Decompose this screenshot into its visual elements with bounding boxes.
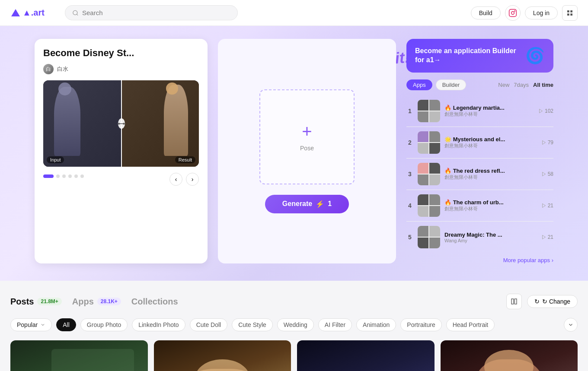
layout-button[interactable] [506, 294, 522, 309]
svg-rect-3 [509, 9, 517, 16]
popular-item-5[interactable]: 5 Dreamy Magic: The ... Wang Amy [406, 222, 553, 253]
generate-label: Generate [282, 200, 312, 208]
logo-text: ▲.art [22, 8, 45, 18]
rank-3: 3 [406, 171, 413, 178]
dot-4[interactable] [68, 174, 72, 178]
emoji-4: 🔥 [444, 199, 451, 206]
search-bar[interactable] [65, 5, 238, 20]
svg-rect-9 [570, 13, 572, 16]
post-image-4 [441, 340, 578, 371]
comparison-arrow: ⟷ [118, 118, 125, 129]
filter-more-button[interactable] [564, 318, 578, 332]
svg-point-1 [73, 10, 77, 15]
dot-3[interactable] [62, 174, 66, 178]
filter-new[interactable]: New [498, 82, 509, 88]
comparison-divider: ⟷ [121, 80, 122, 167]
post-card-3[interactable] [297, 340, 435, 371]
dot-1[interactable] [43, 174, 54, 178]
filter-portraiture[interactable]: Portraiture [400, 318, 441, 331]
post-card-4[interactable] [441, 340, 578, 371]
views-5: 21 [541, 234, 553, 240]
instagram-button[interactable] [505, 5, 521, 21]
svg-marker-10 [539, 109, 542, 113]
hero-content: Become Disney St... 白 白水 Input Result [35, 39, 553, 263]
tab-apps[interactable]: Apps 28.1K+ [72, 297, 121, 307]
search-icon [72, 10, 79, 16]
filter-linkedin-photo[interactable]: LinkedIn Photo [132, 318, 185, 331]
svg-point-4 [511, 11, 514, 14]
author-2: 創意無限小林哥 [444, 143, 537, 149]
carousel-prev[interactable]: ‹ [169, 173, 182, 186]
dot-6[interactable] [80, 174, 84, 178]
login-button[interactable]: Log in [525, 6, 558, 19]
dot-2[interactable] [56, 174, 60, 178]
filter-row: Popular All Group Photo LinkedIn Photo C… [10, 318, 578, 332]
carousel-next[interactable]: › [186, 173, 199, 186]
result-label: Result [175, 156, 195, 163]
dot-5[interactable] [74, 174, 78, 178]
title-text-4: The charm of urb... [453, 199, 504, 206]
filter-head-portrait[interactable]: Head Portrait [446, 318, 495, 331]
change-label: ↻ Change [542, 298, 570, 305]
header-actions: Build Log in [471, 5, 578, 21]
author-4: 創意無限小林哥 [444, 206, 537, 212]
bottom-actions: ↻ ↻ Change [506, 294, 578, 309]
svg-line-2 [77, 14, 78, 15]
app-builder-banner[interactable]: Become an application Builder for a1→ 🌀 [406, 39, 553, 73]
carousel-dots [43, 174, 84, 178]
more-apps-link[interactable]: More popular apps › [406, 253, 553, 263]
title-1: 🔥 Legendary martia... [444, 105, 534, 111]
menu-button[interactable] [562, 5, 578, 21]
tab-posts-label: Posts [10, 297, 34, 307]
grid-icon [566, 10, 573, 16]
tab-apps[interactable]: Apps [406, 79, 432, 90]
filter-animation[interactable]: Animation [356, 318, 396, 331]
popular-item-4[interactable]: 4 🔥 The charm of urb... 創意無限小林哥 [406, 190, 553, 222]
chevron-down-icon [40, 322, 45, 327]
chevron-down-icon-2 [568, 322, 574, 328]
rank-1: 1 [406, 108, 413, 114]
views-1: 102 [538, 108, 553, 114]
posts-grid [10, 340, 578, 371]
views-4: 21 [541, 203, 553, 209]
info-2: 🌟 Mysterious and el... 創意無限小林哥 [444, 136, 537, 149]
bottom-tabs-row: Posts 21.8M+ Apps 28.1K+ Collections ↻ ↻… [10, 294, 578, 309]
rank-5: 5 [406, 234, 413, 241]
popular-filter[interactable]: Popular [10, 318, 52, 331]
filter-cute-doll[interactable]: Cute Doll [190, 318, 228, 331]
filter-wedding[interactable]: Wedding [277, 318, 314, 331]
comparison-image: Input Result ⟷ [43, 80, 199, 167]
post-card-2[interactable] [154, 340, 291, 371]
pose-upload-area[interactable]: + Pose [259, 89, 355, 184]
author-row: 白 白水 [43, 64, 199, 74]
generate-button[interactable]: Generate ⚡ 1 [265, 195, 349, 213]
lightning-icon: ⚡ [316, 200, 324, 208]
search-input[interactable] [82, 9, 230, 16]
tab-collections[interactable]: Collections [131, 297, 178, 307]
filter-cute-style[interactable]: Cute Style [232, 318, 273, 331]
thumb-1 [418, 100, 440, 122]
tab-apps-label: Apps [72, 297, 94, 307]
change-button[interactable]: ↻ ↻ Change [527, 295, 578, 308]
popular-item-1[interactable]: 1 🔥 Legendary martia... 創意無限小林哥 [406, 95, 553, 127]
svg-rect-15 [511, 299, 514, 304]
generate-coins: 1 [328, 200, 332, 208]
logo-icon [10, 8, 21, 18]
hero-section: Just play it! ↖↖ Become Disney St... 白 白… [0, 26, 588, 281]
filter-all[interactable]: All [56, 318, 76, 331]
post-card-1[interactable] [10, 340, 148, 371]
popular-item-2[interactable]: 2 🌟 Mysterious and el... 創意無限小林哥 [406, 127, 553, 159]
tab-posts[interactable]: Posts 21.8M+ [10, 297, 62, 307]
logo[interactable]: ▲.art [10, 8, 58, 18]
title-4: 🔥 The charm of urb... [444, 199, 537, 206]
svg-rect-6 [567, 10, 569, 13]
filter-7days[interactable]: 7days [514, 82, 529, 88]
build-button[interactable]: Build [471, 6, 501, 19]
filter-ai-filter[interactable]: AI Filter [318, 318, 352, 331]
filter-group-photo[interactable]: Group Photo [80, 318, 128, 331]
tab-builder[interactable]: Builder [436, 79, 466, 90]
middle-card: + Pose Generate ⚡ 1 [218, 39, 396, 263]
emoji-3: 🔥 [444, 168, 451, 174]
popular-item-3[interactable]: 3 🔥 The red dress refl... 創意無限小林哥 [406, 159, 553, 190]
filter-alltime[interactable]: All time [533, 82, 553, 88]
